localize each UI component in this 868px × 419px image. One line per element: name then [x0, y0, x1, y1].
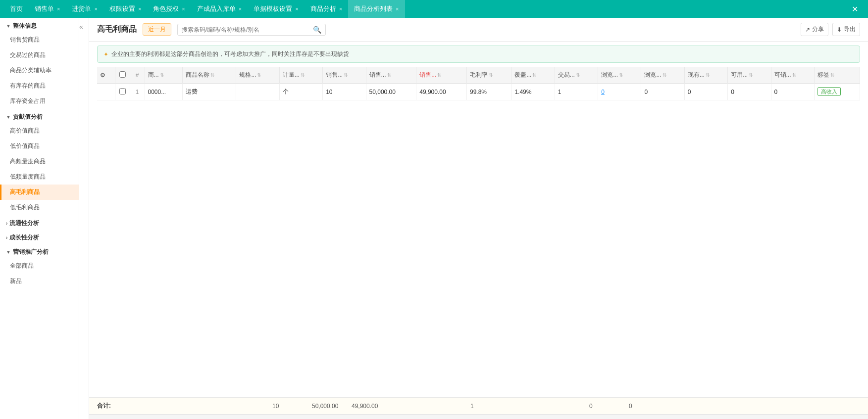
- col-sales-amount[interactable]: 销售...⇅: [366, 67, 416, 84]
- footer-summary: 合计: 10 50,000.00 49,900.00 1 0 0: [89, 397, 868, 414]
- filter-recent-month-btn[interactable]: 近一月: [143, 23, 171, 36]
- col-sales-cost[interactable]: 销售...⇅: [416, 67, 467, 84]
- close-product-analysis-list[interactable]: ×: [396, 6, 399, 12]
- close-role-permission[interactable]: ×: [182, 6, 185, 12]
- export-icon: ⬇: [837, 26, 842, 33]
- cell-num: 1: [130, 84, 145, 100]
- cell-sales-amount: 50,000.00: [366, 84, 416, 100]
- header-actions: ↗ 分享 ⬇ 导出: [801, 23, 860, 36]
- content-area: 高毛利商品 近一月 🔍 ↗ 分享 ⬇ 导出 ✦ 企业的主要的利润都是这部分商品创…: [89, 18, 868, 419]
- close-all-tabs[interactable]: ✕: [846, 0, 864, 18]
- tag-badge: 高收入: [817, 87, 841, 96]
- sidebar-collapse-btn[interactable]: «: [79, 18, 89, 419]
- close-permission-settings[interactable]: ×: [138, 6, 141, 12]
- table-header-row: ⚙ # 商...⇅ 商品名称⇅ 规格...⇅ 计量...⇅ 销售...⇅ 销售.…: [97, 67, 860, 84]
- sidebar-item-low-freq[interactable]: 低频量度商品: [0, 169, 79, 185]
- sidebar-section-marketing[interactable]: ▼ 营销推广分析: [0, 244, 79, 258]
- sidebar-item-low-value[interactable]: 低价值商品: [0, 139, 79, 154]
- col-available[interactable]: 可用...⇅: [728, 67, 771, 84]
- col-browse2[interactable]: 浏览...⇅: [641, 67, 684, 84]
- col-browse1[interactable]: 浏览...⇅: [598, 67, 641, 84]
- cell-browse1[interactable]: 0: [598, 84, 641, 100]
- close-sales-order[interactable]: ×: [57, 6, 60, 12]
- cell-settings: [97, 84, 115, 100]
- cell-sellable: 0: [771, 84, 814, 100]
- bottom-scrollbar[interactable]: [89, 414, 868, 419]
- col-transaction[interactable]: 交易...⇅: [555, 67, 598, 84]
- arrow-flow: ›: [6, 221, 7, 226]
- data-table: ⚙ # 商...⇅ 商品名称⇅ 规格...⇅ 计量...⇅ 销售...⇅ 销售.…: [97, 67, 860, 100]
- table-container: ⚙ # 商...⇅ 商品名称⇅ 规格...⇅ 计量...⇅ 销售...⇅ 销售.…: [89, 67, 868, 397]
- share-icon: ↗: [805, 26, 810, 33]
- arrow-overall: ▼: [6, 23, 11, 29]
- col-sellable[interactable]: 可销...⇅: [771, 67, 814, 84]
- sidebar-item-high-freq[interactable]: 高频量度商品: [0, 154, 79, 169]
- nav-product-entry[interactable]: 产成品入库单 ×: [191, 0, 248, 18]
- nav-sales-order[interactable]: 销售单 ×: [29, 0, 66, 18]
- sidebar-item-high-margin[interactable]: 高毛利商品: [0, 185, 79, 200]
- share-btn[interactable]: ↗ 分享: [801, 23, 828, 36]
- nav-purchase-order[interactable]: 进货单 ×: [66, 0, 103, 18]
- cell-code[interactable]: 0000...: [145, 84, 182, 100]
- footer-sales-qty: 10: [269, 403, 309, 410]
- col-gross-margin[interactable]: 毛利率⇅: [467, 67, 511, 84]
- export-btn[interactable]: ⬇ 导出: [832, 23, 860, 36]
- content-header: 高毛利商品 近一月 🔍 ↗ 分享 ⬇ 导出: [89, 18, 868, 42]
- footer-sales-cost: 49,900.00: [349, 403, 388, 410]
- sidebar-item-traded-goods[interactable]: 交易过的商品: [0, 47, 79, 63]
- sidebar-item-sales-goods[interactable]: 销售货商品: [0, 32, 79, 47]
- sidebar-item-inventory-capital[interactable]: 库存资金占用: [0, 93, 79, 109]
- info-icon: ✦: [103, 51, 108, 58]
- col-unit[interactable]: 计量...⇅: [279, 67, 322, 84]
- footer-sales-amount: 50,000.00: [309, 403, 349, 410]
- nav-template-settings[interactable]: 单据模板设置 ×: [248, 0, 304, 18]
- col-code[interactable]: 商...⇅: [145, 67, 182, 84]
- col-tag[interactable]: 标签⇅: [814, 67, 860, 84]
- col-spec[interactable]: 规格...⇅: [236, 67, 279, 84]
- sidebar: ▼ 整体信息 销售货商品 交易过的商品 商品分类辅助率 有库存的商品 库存资金占…: [0, 18, 79, 419]
- col-name[interactable]: 商品名称⇅: [182, 67, 236, 84]
- sidebar-item-sales-assist-rate[interactable]: 商品分类辅助率: [0, 63, 79, 78]
- search-box: 🔍: [177, 24, 326, 36]
- col-settings[interactable]: ⚙: [97, 67, 115, 84]
- cell-sales-qty: 10: [323, 84, 366, 100]
- nav-product-analysis[interactable]: 商品分析 ×: [305, 0, 348, 18]
- sidebar-section-growth[interactable]: › 成长性分析: [0, 230, 79, 244]
- sidebar-item-low-margin[interactable]: 低毛利商品: [0, 200, 79, 215]
- arrow-growth: ›: [6, 235, 7, 240]
- col-sales-qty[interactable]: 销售...⇅: [323, 67, 366, 84]
- close-template-settings[interactable]: ×: [295, 6, 298, 12]
- close-purchase-order[interactable]: ×: [94, 6, 97, 12]
- col-checkbox[interactable]: [115, 67, 130, 84]
- arrow-marketing: ▼: [6, 249, 11, 255]
- cell-coverage: 1.49%: [511, 84, 555, 100]
- footer-available: 0: [626, 403, 665, 410]
- row-checkbox[interactable]: [119, 88, 126, 94]
- nav-home[interactable]: 首页: [4, 0, 29, 18]
- sidebar-section-overall[interactable]: ▼ 整体信息: [0, 18, 79, 32]
- sidebar-item-high-value[interactable]: 高价值商品: [0, 123, 79, 139]
- close-product-entry[interactable]: ×: [239, 6, 242, 12]
- footer-transaction: 1: [467, 403, 507, 410]
- sidebar-item-new-goods[interactable]: 新品: [0, 274, 79, 289]
- sidebar-section-wealth[interactable]: ▼ 贡献值分析: [0, 109, 79, 123]
- col-coverage[interactable]: 覆盖...⇅: [511, 67, 555, 84]
- sidebar-item-all-goods[interactable]: 全部商品: [0, 258, 79, 274]
- nav-role-permission[interactable]: 角色授权 ×: [147, 0, 191, 18]
- sidebar-item-inventory-goods[interactable]: 有库存的商品: [0, 78, 79, 93]
- search-icon[interactable]: 🔍: [313, 26, 321, 34]
- cell-current-stock: 0: [684, 84, 727, 100]
- cell-browse2: 0: [641, 84, 684, 100]
- footer-label: 合计:: [97, 402, 111, 410]
- footer-current-stock: 0: [586, 403, 626, 410]
- nav-product-analysis-list[interactable]: 商品分析列表 ×: [348, 0, 405, 18]
- select-all-checkbox[interactable]: [119, 71, 126, 78]
- search-input[interactable]: [182, 26, 313, 33]
- cell-checkbox[interactable]: [115, 84, 130, 100]
- col-current-stock[interactable]: 现有...⇅: [684, 67, 727, 84]
- cell-spec: [236, 84, 279, 100]
- close-product-analysis[interactable]: ×: [339, 6, 342, 12]
- sidebar-section-flow[interactable]: › 流通性分析: [0, 215, 79, 230]
- nav-permission-settings[interactable]: 权限设置 ×: [103, 0, 147, 18]
- col-num: #: [130, 67, 145, 84]
